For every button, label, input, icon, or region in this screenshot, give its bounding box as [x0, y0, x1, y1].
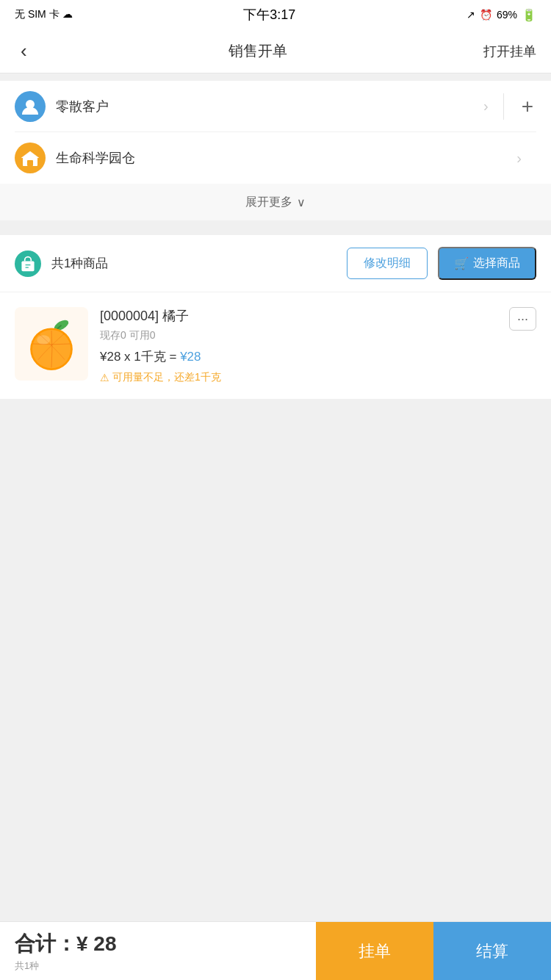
nav-bar: ‹ 销售开单 打开挂单: [0, 29, 551, 73]
customer-section: 零散客户 › +: [0, 81, 551, 132]
hang-order-button[interactable]: 挂单: [316, 922, 433, 981]
warehouse-name: 生命科学园仓: [56, 149, 516, 167]
total-label: 合计：: [15, 932, 76, 955]
customer-chevron-icon: ›: [483, 98, 489, 115]
warning-icon: ⚠: [100, 372, 109, 383]
product-image: [15, 307, 88, 381]
total-price: ¥28: [180, 350, 201, 364]
location-icon: ↗: [467, 9, 475, 21]
customer-row[interactable]: 零散客户 › +: [15, 81, 536, 132]
cart-icon: 🛒: [454, 256, 469, 270]
select-product-label: 选择商品: [473, 256, 520, 271]
warehouse-building-icon: [21, 148, 40, 167]
top-divider: [0, 73, 551, 81]
product-code: [0000004]: [100, 309, 159, 323]
shopping-bag-icon: [19, 255, 37, 273]
svg-point-8: [37, 335, 50, 345]
select-product-button[interactable]: 🛒 选择商品: [438, 247, 536, 280]
orange-image: [18, 311, 84, 377]
page-title: 销售开单: [228, 41, 287, 61]
warehouse-row[interactable]: 生命科学园仓 ›: [15, 132, 536, 184]
warehouse-chevron-icon: ›: [516, 150, 522, 167]
customer-avatar-icon: [21, 97, 40, 116]
status-right: ↗ ⏰ 69% 🔋: [467, 8, 536, 22]
product-price: ¥28 x 1千克 = ¥28: [100, 348, 497, 365]
svg-rect-3: [21, 261, 34, 271]
open-hang-button[interactable]: 打开挂单: [483, 43, 536, 60]
product-section: 共1种商品 修改明细 🛒 选择商品: [0, 235, 551, 399]
product-header: 共1种商品 修改明细 🛒 选择商品: [0, 235, 551, 292]
bottom-spacer: [0, 693, 551, 752]
total-amount: 合计：¥ 28: [15, 930, 301, 958]
expand-more-icon: ∨: [297, 195, 306, 209]
status-time: 下午3:17: [243, 6, 295, 24]
product-title: 橘子: [162, 309, 189, 323]
product-count-text: 共1种商品: [51, 255, 336, 272]
vertical-separator: [503, 93, 504, 120]
add-customer-button[interactable]: +: [519, 95, 536, 118]
product-item: [0000004] 橘子 现存0 可用0 ¥28 x 1千克 = ¥28 ⚠ 可…: [0, 292, 551, 399]
customer-avatar: [15, 91, 46, 122]
expand-more-button[interactable]: 展开更多 ∨: [0, 184, 551, 220]
checkout-button[interactable]: 结算: [433, 922, 551, 981]
product-name: [0000004] 橘子: [100, 307, 497, 325]
product-info: [0000004] 橘子 现存0 可用0 ¥28 x 1千克 = ¥28 ⚠ 可…: [100, 307, 497, 384]
price-formula: ¥28 x 1千克 =: [100, 350, 180, 364]
status-left: 无 SIM 卡 ☁: [15, 8, 73, 21]
product-warning: ⚠ 可用量不足，还差1千克: [100, 371, 497, 384]
modify-detail-button[interactable]: 修改明细: [347, 248, 428, 279]
battery-text: 69%: [497, 9, 517, 21]
warning-text: 可用量不足，还差1千克: [112, 371, 221, 384]
warehouse-icon: [15, 143, 46, 173]
no-sim-text: 无 SIM 卡 ☁: [15, 8, 73, 21]
total-value: ¥ 28: [76, 932, 117, 955]
total-section: 合计：¥ 28 共1种: [0, 930, 316, 973]
total-count: 共1种: [15, 959, 301, 973]
battery-icon: 🔋: [522, 8, 536, 22]
bottom-bar: 合计：¥ 28 共1种 挂单 结算: [0, 921, 551, 980]
back-button[interactable]: ‹: [15, 34, 33, 68]
alarm-icon: ⏰: [480, 9, 492, 21]
product-count-icon: [15, 251, 41, 277]
empty-area: [0, 399, 551, 693]
middle-divider: [0, 220, 551, 228]
product-stock: 现存0 可用0: [100, 329, 497, 342]
status-bar: 无 SIM 卡 ☁ 下午3:17 ↗ ⏰ 69% 🔋: [0, 0, 551, 29]
expand-more-label: 展开更多: [245, 195, 292, 210]
more-options-button[interactable]: ···: [509, 307, 536, 331]
warehouse-section: 生命科学园仓 ›: [0, 132, 551, 184]
customer-name: 零散客户: [56, 98, 483, 115]
svg-rect-2: [27, 160, 33, 166]
